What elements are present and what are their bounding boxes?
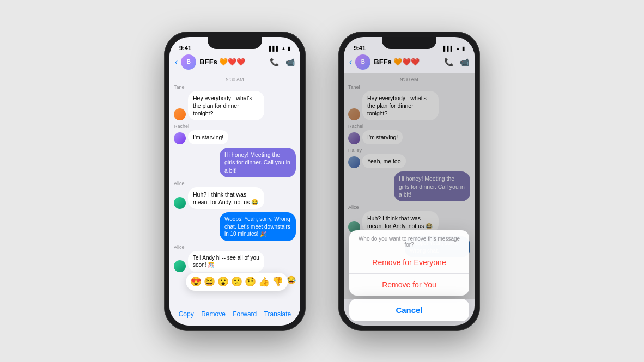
status-time-1: 9:41 [179, 45, 191, 51]
avatar-alice2-1 [174, 260, 186, 272]
remove-btn-1[interactable]: Remove [201, 310, 226, 318]
bubble-alice-1: Huh? I think that was meant for Andy, no… [188, 187, 264, 209]
avatar-alice-1 [174, 197, 186, 209]
notch-1 [208, 37, 262, 49]
phone-1: 9:41 ▌▌▌ ▲ ▮ ‹ B BFFs 🧡❤️❤️ 📞 📹 9:3 [164, 32, 306, 331]
react-laugh[interactable]: 😆 [204, 276, 215, 287]
react-love[interactable]: 😍 [190, 276, 202, 287]
remove-you-option[interactable]: Remove for You [349, 274, 469, 296]
phone-2: 9:41 ▌▌▌ ▲ ▮ ‹ B BFFs 🧡❤️❤️ 📞 📹 9:3 [338, 32, 480, 331]
remove-dialog-overlay: Who do you want to remove this message f… [344, 37, 475, 326]
cancel-button-2[interactable]: Cancel [349, 299, 469, 321]
timestamp-1: 9:30 AM [174, 77, 296, 82]
phone-1-screen: 9:41 ▌▌▌ ▲ ▮ ‹ B BFFs 🧡❤️❤️ 📞 📹 9:3 [169, 37, 300, 326]
react-sad[interactable]: 😕 [231, 276, 242, 287]
msg-row-alice2-1: Tell Andy hi -- see all of you soon! 🎊 [174, 251, 296, 272]
react-hmm[interactable]: 🤨 [245, 276, 256, 287]
react-thumbsup[interactable]: 👍 [258, 276, 270, 287]
bubble-me-1[interactable]: Hi honey! Meeting the girls for dinner. … [220, 148, 296, 177]
wifi-icon: ▲ [281, 46, 286, 51]
forward-btn-1[interactable]: Forward [233, 310, 257, 318]
remove-everyone-option[interactable]: Remove for Everyone [349, 251, 469, 274]
dialog-title: Who do you want to remove this message f… [349, 230, 469, 251]
phone-icon-1[interactable]: 📞 [270, 58, 279, 66]
bubble-alice2-1: Tell Andy hi -- see all of you soon! 🎊 [188, 251, 264, 272]
nav-bar-1: ‹ B BFFs 🧡❤️❤️ 📞 📹 [169, 52, 300, 73]
video-icon-1[interactable]: 📹 [285, 58, 295, 66]
sender-alice2-1: Alice [174, 244, 296, 250]
action-bar-1: Copy Remove Forward Translate [169, 303, 300, 326]
nav-icons-1: 📞 📹 [270, 58, 295, 66]
copy-btn-1[interactable]: Copy [179, 310, 194, 318]
reaction-bar-1[interactable]: 😍 😆 😮 😕 🤨 👍 👎 [186, 273, 288, 291]
bubble-me2-1: Woops! Yeah, sorry. Wrong chat. Let's me… [220, 212, 296, 241]
avatar-tanel-1 [174, 108, 186, 120]
react-thumbsdown[interactable]: 👎 [272, 276, 283, 287]
phones-container: 9:41 ▌▌▌ ▲ ▮ ‹ B BFFs 🧡❤️❤️ 📞 📹 9:3 [164, 32, 480, 331]
bubble-rachel-1: I'm starving! [188, 130, 228, 144]
msg-row-tanel-1: Hey everybody - what's the plan for dinn… [174, 91, 296, 121]
bubble-tanel-1: Hey everybody - what's the plan for dinn… [188, 91, 264, 121]
phone-2-screen: 9:41 ▌▌▌ ▲ ▮ ‹ B BFFs 🧡❤️❤️ 📞 📹 9:3 [344, 37, 475, 326]
sender-rachel-1: Rachel [174, 124, 296, 129]
msg-row-rachel-1: I'm starving! [174, 130, 296, 144]
react-wow[interactable]: 😮 [217, 276, 229, 287]
msg-row-alice-1: Huh? I think that was meant for Andy, no… [174, 187, 296, 209]
chat-title-1: BFFs 🧡❤️❤️ [199, 58, 266, 66]
msg-row-me-1: Hi honey! Meeting the girls for dinner. … [174, 148, 296, 177]
status-icons-1: ▌▌▌ ▲ ▮ [269, 46, 290, 51]
sender-tanel-1: Tanel [174, 84, 296, 90]
sender-alice-1: Alice [174, 181, 296, 186]
avatar-rachel-1 [174, 132, 186, 144]
chat-area-1: 9:30 AM Tanel Hey everybody - what's the… [169, 73, 300, 299]
back-button-1[interactable]: ‹ [175, 57, 178, 67]
group-avatar-1: B [181, 54, 196, 70]
translate-btn-1[interactable]: Translate [264, 310, 291, 318]
signal-icon: ▌▌▌ [269, 46, 280, 51]
msg-row-me2-1: Woops! Yeah, sorry. Wrong chat. Let's me… [174, 212, 296, 241]
remove-dialog-box: Who do you want to remove this message f… [349, 230, 469, 296]
battery-icon: ▮ [288, 46, 290, 51]
